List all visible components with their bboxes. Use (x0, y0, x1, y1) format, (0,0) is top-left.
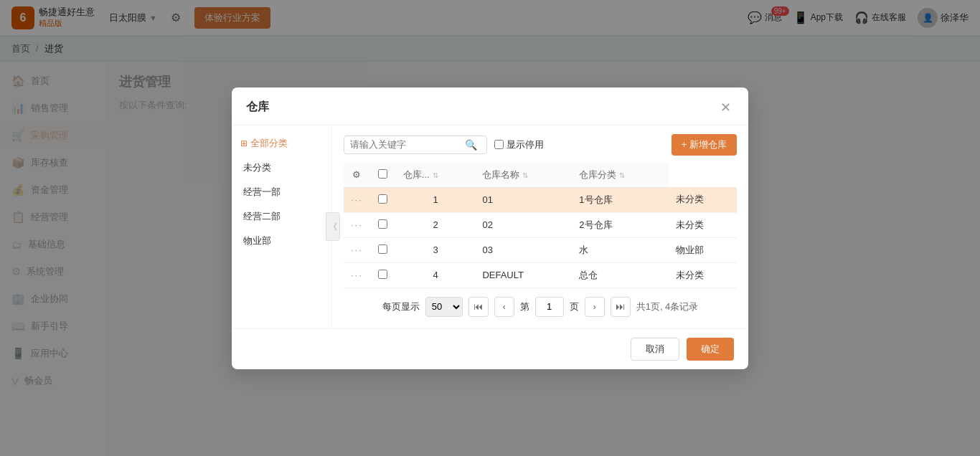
td-code: DEFAULT (475, 262, 572, 288)
table-row[interactable]: ··· 1 01 1号仓库 未分类 (344, 187, 737, 212)
td-code: 03 (475, 237, 572, 262)
pg-label: 第 (520, 300, 529, 313)
warehouse-modal: 仓库 ✕ ⊞ 全部分类 未分类 经营一部 经营二部 物业部 《 (232, 87, 748, 369)
row-checkbox-2[interactable] (378, 244, 387, 254)
cat-item-dept1[interactable]: 经营一部 (232, 180, 331, 204)
td-check (370, 262, 396, 288)
td-name: 水 (572, 237, 669, 262)
pagination: 每页显示 50 20 100 ⏮ ‹ 第 页 › ⏭ 共1页, 4条记录 (344, 288, 737, 320)
row-checkbox-0[interactable] (378, 194, 387, 204)
td-name: 总仓 (572, 262, 669, 288)
row-checkbox-1[interactable] (378, 219, 387, 229)
cat-all[interactable]: ⊞ 全部分类 (232, 131, 331, 156)
pg-last-btn[interactable]: ⏭ (611, 297, 631, 317)
pg-input[interactable] (535, 297, 564, 317)
modal-overlay: 仓库 ✕ ⊞ 全部分类 未分类 经营一部 经营二部 物业部 《 (0, 0, 980, 456)
per-page-select[interactable]: 50 20 100 (425, 297, 463, 317)
td-seq: 4 (396, 262, 476, 288)
th-gear: ⚙ (344, 163, 370, 188)
sort-cat-icon: ⇅ (619, 171, 625, 179)
add-warehouse-button[interactable]: + 新增仓库 (672, 134, 737, 156)
modal-footer: 取消 确定 (232, 328, 748, 369)
th-name[interactable]: 仓库名称⇅ (475, 163, 572, 188)
show-disabled-checkbox[interactable] (494, 140, 504, 149)
pg-prev-btn[interactable]: ‹ (494, 297, 514, 317)
td-check (370, 212, 396, 237)
th-category[interactable]: 仓库分类⇅ (572, 163, 669, 188)
pg-next-btn[interactable]: › (585, 297, 605, 317)
td-check (370, 187, 396, 212)
td-actions: ··· (344, 262, 370, 288)
row-checkbox-3[interactable] (378, 270, 387, 279)
search-box: 🔍 (344, 136, 487, 154)
row-actions-icon[interactable]: ··· (351, 244, 363, 255)
td-seq: 3 (396, 237, 476, 262)
show-disabled-label[interactable]: 显示停用 (494, 138, 544, 151)
modal-header: 仓库 ✕ (232, 87, 748, 125)
table-row[interactable]: ··· 4 DEFAULT 总仓 未分类 (344, 262, 737, 288)
td-category: 未分类 (669, 187, 737, 212)
cat-item-property[interactable]: 物业部 (232, 229, 331, 253)
td-name: 2号仓库 (572, 212, 669, 237)
sort-code-icon: ⇅ (433, 171, 438, 179)
td-category: 未分类 (669, 212, 737, 237)
td-category: 物业部 (669, 237, 737, 262)
search-input[interactable] (350, 139, 465, 150)
td-actions: ··· (344, 212, 370, 237)
category-panel: ⊞ 全部分类 未分类 经营一部 经营二部 物业部 《 (232, 125, 332, 328)
table-row[interactable]: ··· 2 02 2号仓库 未分类 (344, 212, 737, 237)
td-seq: 2 (396, 212, 476, 237)
ok-button[interactable]: 确定 (687, 338, 734, 361)
modal-body: ⊞ 全部分类 未分类 经营一部 经营二部 物业部 《 🔍 (232, 125, 748, 328)
show-disabled-text: 显示停用 (507, 138, 544, 151)
table-toolbar: 🔍 显示停用 + 新增仓库 (344, 134, 737, 156)
td-seq: 1 (396, 187, 476, 212)
th-code[interactable]: 仓库...⇅ (396, 163, 476, 188)
select-all-checkbox[interactable] (378, 169, 387, 179)
table-header-row: ⚙ 仓库...⇅ 仓库名称⇅ 仓库分类⇅ (344, 163, 737, 188)
td-name: 1号仓库 (572, 187, 669, 212)
cancel-button[interactable]: 取消 (631, 338, 679, 361)
td-code: 02 (475, 212, 572, 237)
table-body: ··· 1 01 1号仓库 未分类 ··· 2 02 2号仓库 未分类 ··· … (344, 187, 737, 288)
cat-collapse-button[interactable]: 《 (326, 212, 340, 241)
cat-all-label: 全部分类 (250, 137, 288, 150)
modal-title: 仓库 (246, 100, 269, 115)
sort-name-icon: ⇅ (522, 171, 528, 179)
td-check (370, 237, 396, 262)
grid-icon: ⊞ (240, 138, 248, 148)
row-actions-icon[interactable]: ··· (351, 194, 363, 205)
search-icon[interactable]: 🔍 (465, 139, 477, 151)
td-category: 未分类 (669, 262, 737, 288)
cat-item-unclassified[interactable]: 未分类 (232, 156, 331, 180)
td-actions: ··· (344, 187, 370, 212)
pg-first-btn[interactable]: ⏮ (468, 297, 489, 317)
table-row[interactable]: ··· 3 03 水 物业部 (344, 237, 737, 262)
table-panel: 🔍 显示停用 + 新增仓库 ⚙ (332, 125, 748, 328)
per-page-label: 每页显示 (382, 300, 420, 313)
modal-close-button[interactable]: ✕ (717, 99, 734, 116)
td-actions: ··· (344, 237, 370, 262)
warehouse-table: ⚙ 仓库...⇅ 仓库名称⇅ 仓库分类⇅ (344, 163, 737, 288)
row-actions-icon[interactable]: ··· (351, 219, 363, 230)
th-check (370, 163, 396, 188)
td-code: 01 (475, 187, 572, 212)
pg-total-info: 共1页, 4条记录 (636, 300, 699, 313)
cat-item-dept2[interactable]: 经营二部 (232, 204, 331, 229)
row-actions-icon[interactable]: ··· (351, 270, 363, 280)
pg-unit: 页 (570, 300, 579, 313)
